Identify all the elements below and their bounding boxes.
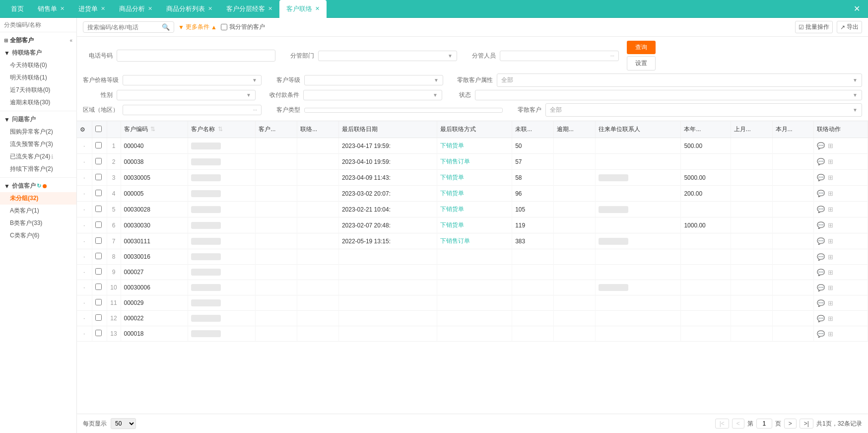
contact-way-link[interactable]: 下销售订单 <box>440 237 470 244</box>
price-grade-select[interactable]: ▼ <box>123 75 262 85</box>
message-icon[interactable]: 💬 <box>817 330 825 338</box>
row-checkbox[interactable] <box>95 268 102 275</box>
checkbox-cell[interactable] <box>92 170 107 186</box>
type-column-header[interactable]: 客户... <box>256 121 297 138</box>
last-way-cell[interactable]: 下销货单 <box>437 202 512 217</box>
row-checkbox[interactable] <box>95 142 102 148</box>
sidebar-item-7days[interactable]: 近7天待联络(0) <box>0 84 76 96</box>
row-checkbox[interactable] <box>95 330 102 336</box>
grid-action-icon[interactable]: ⊞ <box>828 253 833 261</box>
row-checkbox[interactable] <box>95 174 102 180</box>
last-way-cell[interactable]: 下销售订单 <box>437 154 512 170</box>
customer-type-select[interactable] <box>304 108 503 113</box>
next-page-btn[interactable]: > <box>784 419 797 429</box>
tab-customer-contact[interactable]: 客户联络 ✕ <box>279 0 327 18</box>
tab-analysis-list[interactable]: 商品分析列表 ✕ <box>159 0 219 18</box>
status-select[interactable]: ▼ <box>475 90 862 100</box>
sidebar-item-a-class[interactable]: A类客户(1) <box>0 205 76 217</box>
last-way-cell[interactable] <box>437 280 512 295</box>
last-month-column-header[interactable]: 上月... <box>731 121 772 138</box>
message-icon[interactable]: 💬 <box>817 253 825 261</box>
page-input[interactable] <box>756 419 772 429</box>
checkbox-cell[interactable] <box>92 233 107 249</box>
grid-action-icon[interactable]: ⊞ <box>828 142 833 149</box>
name-column-header[interactable]: 客户名称 ⇅ <box>188 121 256 138</box>
sidebar-item-churn-warning[interactable]: 流失预警客户(3) <box>0 138 76 150</box>
message-icon[interactable]: 💬 <box>817 206 825 213</box>
grid-action-icon[interactable]: ⊞ <box>828 315 833 322</box>
message-icon[interactable]: 💬 <box>817 237 825 245</box>
contact-way-link[interactable]: 下销货单 <box>440 206 464 213</box>
grid-action-icon[interactable]: ⊞ <box>828 284 833 291</box>
payment-select[interactable]: ▼ <box>303 90 442 100</box>
sidebar-item-c-class[interactable]: C类客户(6) <box>0 229 76 242</box>
batch-operation-btn[interactable]: ☑ 批量操作 <box>795 21 833 33</box>
last-way-cell[interactable] <box>437 326 512 342</box>
gender-select[interactable]: ▼ <box>117 90 256 100</box>
grid-action-icon[interactable]: ⊞ <box>828 299 833 307</box>
first-page-btn[interactable]: |< <box>715 419 729 429</box>
sidebar-item-ungroup[interactable]: 未分组(32) <box>0 192 76 205</box>
checkbox-cell[interactable] <box>92 186 107 202</box>
group-problem-customers[interactable]: ▼ 问题客户 <box>0 113 76 126</box>
phone-input[interactable] <box>117 50 275 62</box>
sidebar-item-tomorrow[interactable]: 明天待联络(1) <box>0 72 76 84</box>
sidebar-item-b-class[interactable]: B类客户(33) <box>0 217 76 229</box>
tab-sales[interactable]: 销售单 ✕ <box>31 0 71 18</box>
refresh-icon[interactable]: ↻ <box>37 183 41 189</box>
row-checkbox[interactable] <box>95 221 102 228</box>
tab-customer-segment[interactable]: 客户分层经客 ✕ <box>219 0 279 18</box>
row-checkbox[interactable] <box>95 284 102 290</box>
message-icon[interactable]: 💬 <box>817 142 825 149</box>
message-icon[interactable]: 💬 <box>817 299 825 307</box>
sidebar-item-hoard[interactable]: 囤购异常客户(2) <box>0 126 76 138</box>
tab-purchase-close[interactable]: ✕ <box>101 5 105 12</box>
grid-action-icon[interactable]: ⊞ <box>828 330 833 338</box>
contact-way-link[interactable]: 下销售订单 <box>440 158 470 165</box>
toolbar-filter[interactable]: ▼ 更多条件 ▲ <box>178 23 217 31</box>
window-close-icon[interactable]: ✕ <box>850 4 864 13</box>
this-year-column-header[interactable]: 本年... <box>681 121 731 138</box>
grid-action-icon[interactable]: ⊞ <box>828 158 833 165</box>
export-btn[interactable]: ↗ 导出 <box>837 21 862 33</box>
row-checkbox[interactable] <box>95 253 102 259</box>
contact-column-header[interactable]: 联络... <box>297 121 339 138</box>
checkbox-cell[interactable] <box>92 265 107 280</box>
prev-page-btn[interactable]: < <box>732 419 744 429</box>
overdue-column-header[interactable]: 逾期... <box>553 121 595 138</box>
sidebar-item-overdue[interactable]: 逾期未联络(30) <box>0 96 76 109</box>
staff-select[interactable]: ··· <box>500 51 619 61</box>
group-pending-contact[interactable]: ▼ 待联络客户 <box>0 47 76 59</box>
my-customers-checkbox[interactable] <box>221 24 227 30</box>
toolbar-search-icon[interactable]: 🔍 <box>162 23 170 31</box>
checkbox-cell[interactable] <box>92 280 107 295</box>
checkbox-cell[interactable] <box>92 311 107 326</box>
tab-customer-contact-close[interactable]: ✕ <box>315 5 320 12</box>
last-way-cell[interactable] <box>437 249 512 265</box>
toolbar-search-input[interactable] <box>87 24 162 31</box>
checkbox-cell[interactable] <box>92 217 107 233</box>
last-way-cell[interactable]: 下销货单 <box>437 170 512 186</box>
last-date-column-header[interactable]: 最后联络日期 <box>338 121 437 138</box>
checkbox-cell[interactable] <box>92 202 107 217</box>
last-way-cell[interactable] <box>437 295 512 311</box>
checkbox-cell[interactable] <box>92 326 107 342</box>
row-checkbox[interactable] <box>95 158 102 164</box>
retail-attr-select[interactable]: 全部 ▼ <box>497 73 862 87</box>
sidebar-search-input[interactable] <box>4 21 77 28</box>
retail-customer-select[interactable]: 全部 ▼ <box>545 103 862 117</box>
last-way-cell[interactable] <box>437 265 512 280</box>
last-way-cell[interactable]: 下销货单 <box>437 138 512 154</box>
sidebar-item-churned[interactable]: 已流失客户(24) ℹ <box>0 150 76 163</box>
last-way-column-header[interactable]: 最后联络方式 <box>437 121 512 138</box>
code-column-header[interactable]: 客户编码 ⇅ <box>121 121 188 138</box>
grid-action-icon[interactable]: ⊞ <box>828 269 833 276</box>
message-icon[interactable]: 💬 <box>817 158 825 165</box>
tab-sales-close[interactable]: ✕ <box>60 5 65 12</box>
settings-icon[interactable]: ⚙ <box>80 126 85 133</box>
row-checkbox[interactable] <box>95 299 102 305</box>
sidebar-item-today[interactable]: 今天待联络(0) <box>0 59 76 72</box>
message-icon[interactable]: 💬 <box>817 221 825 229</box>
tab-home[interactable]: 首页 <box>4 0 31 18</box>
sidebar-all-customers[interactable]: ⊞ 全部客户 « <box>0 32 76 47</box>
